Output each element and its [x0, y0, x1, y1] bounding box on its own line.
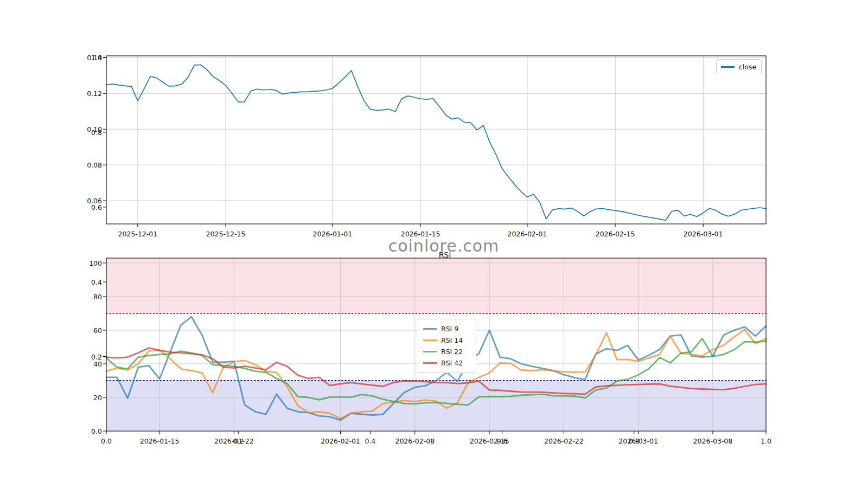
y-tick-label: 80 [0, 292, 102, 300]
rsi-panel-title: RSI [439, 251, 451, 259]
rsi-legend-row: RSI 14 [423, 335, 471, 346]
y-tick-label-secondary: 1.0 [0, 53, 102, 61]
panel-border [106, 56, 766, 224]
rsi22-line-sample-icon [423, 351, 437, 352]
rsi22-legend-label: RSI 22 [441, 348, 463, 356]
rsi-legend-row: RSI 42 [423, 357, 471, 369]
x-tick-label: 2026-01-15 [140, 437, 180, 445]
rsi-legend-row: RSI 22 [423, 346, 471, 357]
price-legend: close [716, 59, 762, 74]
y-tick-label-secondary: 0.8 [0, 128, 102, 136]
series-line-close [106, 65, 766, 221]
rsi14-line-sample-icon [423, 339, 437, 341]
x-tick-label: 2026-03-08 [693, 437, 733, 445]
x-tick-label-secondary: 0.2 [233, 437, 244, 445]
y-tick-label: 40 [0, 359, 102, 368]
rsi9-legend-label: RSI 9 [441, 325, 458, 333]
rsi42-legend-label: RSI 42 [441, 359, 463, 367]
y-tick-label: 0.12 [0, 89, 102, 98]
close-legend-label: close [739, 63, 756, 71]
x-tick-label: 2026-02-22 [544, 437, 584, 445]
x-tick-label: 2026-01-01 [313, 230, 353, 238]
y-tick-label: 100 [0, 259, 102, 267]
y-tick-label: 20 [0, 393, 102, 401]
rsi9-line-sample-icon [423, 328, 437, 330]
x-tick-label-secondary: 0.0 [101, 437, 112, 445]
y-tick-label: 0.08 [0, 161, 102, 169]
x-tick-label: 2025-12-15 [206, 230, 246, 238]
x-tick-label: 2025-12-01 [118, 230, 158, 238]
x-tick-label: 2026-02-01 [321, 437, 360, 445]
x-tick-label-secondary: 0.6 [497, 437, 508, 445]
x-tick-label-secondary: 1.0 [761, 437, 771, 445]
x-tick-label-secondary: 0.8 [629, 437, 640, 445]
y-tick-label-secondary: 0.2 [0, 352, 102, 361]
chart-figure: 2025-12-012025-12-152026-01-012026-01-15… [0, 0, 868, 488]
close-line-sample-icon [721, 66, 735, 68]
rsi14-legend-label: RSI 14 [441, 336, 463, 344]
rsi-legend: RSI 9 RSI 14 RSI 22 RSI 42 [418, 319, 476, 373]
y-tick-label-secondary: 0.6 [0, 203, 102, 211]
x-tick-label: 2026-02-08 [395, 437, 435, 445]
x-tick-label: 2026-03-01 [684, 230, 723, 238]
x-tick-label: 2026-02-15 [596, 230, 635, 238]
x-tick-label: 2026-02-01 [508, 230, 547, 238]
oversold-band [106, 381, 766, 431]
y-tick-label-secondary: 0.4 [0, 278, 102, 286]
x-tick-label-secondary: 0.4 [365, 437, 375, 445]
overbought-band [106, 258, 766, 313]
rsi-legend-row: RSI 9 [423, 323, 471, 335]
rsi42-line-sample-icon [423, 362, 437, 364]
y-tick-label-secondary: 0.0 [0, 427, 102, 435]
y-tick-label: 60 [0, 326, 102, 334]
